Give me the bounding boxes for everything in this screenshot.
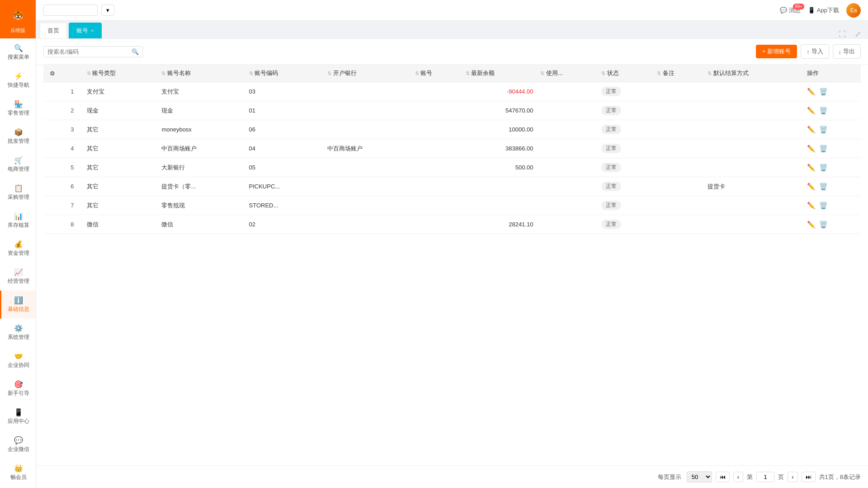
search-submit-icon[interactable]: 🔍 <box>132 48 139 55</box>
prev-page-button[interactable]: ‹ <box>733 472 743 482</box>
delete-button[interactable]: 🗑️ <box>819 88 828 96</box>
topbar-dropdown-button[interactable]: ▾ <box>101 5 114 16</box>
row-settings <box>43 82 61 101</box>
row-action: ✏️ 🗑️ <box>803 196 861 215</box>
per-page-select[interactable]: 50 20 100 <box>687 471 712 483</box>
col-remark[interactable]: ⇅ 备注 <box>653 65 704 82</box>
inventory-icon: 📊 <box>14 212 23 221</box>
user-avatar[interactable]: Ea <box>846 3 861 18</box>
first-page-button[interactable]: ⏮ <box>716 472 730 482</box>
col-name[interactable]: ⇅ 账号名称 <box>158 65 245 82</box>
edit-button[interactable]: ✏️ <box>807 145 816 153</box>
col-balance[interactable]: ⇅ 最新余额 <box>462 65 537 82</box>
row-num: 1 <box>61 82 83 101</box>
row-balance: 500.00 <box>462 158 537 177</box>
sidebar-item-enterprise-wechat[interactable]: 💬 企业微信 <box>0 431 36 459</box>
edit-button[interactable]: ✏️ <box>807 88 816 96</box>
row-account <box>411 158 462 177</box>
edit-button[interactable]: ✏️ <box>807 164 816 172</box>
row-settings <box>43 158 61 177</box>
toolbar-right: + 新增账号 ↑ 导入 ↓ 导出 <box>756 44 861 59</box>
row-code: 06 <box>245 120 324 139</box>
sidebar-item-finance[interactable]: 💰 资金管理 <box>0 235 36 263</box>
page-number-input[interactable] <box>756 472 774 482</box>
topbar-search-input[interactable] <box>43 5 98 16</box>
last-page-button[interactable]: ⏭ <box>802 472 816 482</box>
tab-account-close[interactable]: × <box>91 28 94 34</box>
row-account <box>411 139 462 158</box>
sidebar-item-enterprise-collab[interactable]: 🤝 企业协同 <box>0 347 36 375</box>
col-default-settle[interactable]: ⇅ 默认结算方式 <box>704 65 803 82</box>
edit-button[interactable]: ✏️ <box>807 202 816 210</box>
sidebar-item-basic-info[interactable]: ℹ️ 基础信息 <box>0 291 36 319</box>
row-action: ✏️ 🗑️ <box>803 177 861 196</box>
row-num: 4 <box>61 139 83 158</box>
row-name: 提货卡（零... <box>158 177 245 196</box>
sidebar-item-wholesale[interactable]: 📦 批发管理 <box>0 122 36 150</box>
sidebar-item-system[interactable]: ⚙️ 系统管理 <box>0 319 36 347</box>
col-settings[interactable]: ⚙ <box>43 65 61 82</box>
new-account-button[interactable]: + 新增账号 <box>756 45 797 58</box>
main-area: ▾ 💬 消息 99+ 📱 App下载 Ea 首页 账号 × ⛶ <box>36 0 868 488</box>
sidebar-item-app-center-label: 应用中心 <box>8 418 29 425</box>
sidebar-item-search[interactable]: 🔍 搜索菜单 <box>0 38 36 66</box>
topbar-left: ▾ <box>43 5 114 16</box>
tab-home-label: 首页 <box>47 27 59 35</box>
sidebar-item-membership[interactable]: 👑 畅会员 <box>0 459 36 487</box>
guide-icon: 🎯 <box>14 380 23 389</box>
finance-icon: 💰 <box>14 240 23 249</box>
delete-button[interactable]: 🗑️ <box>819 164 828 172</box>
edit-button[interactable]: ✏️ <box>807 107 816 115</box>
row-type: 其它 <box>83 196 158 215</box>
table-row: 2 现金 现金 01 547670.00 正常 ✏️ 🗑️ <box>43 101 861 120</box>
col-type[interactable]: ⇅ 账号类型 <box>83 65 158 82</box>
row-action: ✏️ 🗑️ <box>803 215 861 234</box>
row-action: ✏️ 🗑️ <box>803 101 861 120</box>
row-balance: -90444.00 <box>462 82 537 101</box>
logo-icon: 🐯 <box>7 5 29 26</box>
tab-fullscreen-button[interactable]: ⤢ <box>851 30 864 38</box>
row-remark <box>653 177 704 196</box>
col-code[interactable]: ⇅ 账号编码 <box>245 65 324 82</box>
sidebar-item-ecommerce[interactable]: 🛒 电商管理 <box>0 150 36 178</box>
col-status[interactable]: ⇅ 状态 <box>598 65 653 82</box>
tab-account[interactable]: 账号 × <box>69 23 102 38</box>
delete-button[interactable]: 🗑️ <box>819 183 828 191</box>
sidebar-item-app-center[interactable]: 📱 应用中心 <box>0 403 36 431</box>
col-account[interactable]: ⇅ 账号 <box>411 65 462 82</box>
phone-icon: 📱 <box>808 7 815 14</box>
edit-button[interactable]: ✏️ <box>807 221 816 229</box>
export-button[interactable]: ↓ 导出 <box>833 44 861 59</box>
sidebar-item-purchase[interactable]: 📋 采购管理 <box>0 178 36 206</box>
sidebar-item-guide[interactable]: 🎯 新手引导 <box>0 375 36 403</box>
enterprise-collab-icon: 🤝 <box>14 352 23 361</box>
col-usage[interactable]: ⇅ 使用... <box>537 65 597 82</box>
row-code: 05 <box>245 158 324 177</box>
import-button[interactable]: ↑ 导入 <box>801 44 829 59</box>
row-remark <box>653 158 704 177</box>
message-button[interactable]: 💬 消息 99+ <box>780 6 801 14</box>
sidebar-item-inventory[interactable]: 📊 库存核算 <box>0 206 36 235</box>
edit-button[interactable]: ✏️ <box>807 126 816 134</box>
app-download-button[interactable]: 📱 App下载 <box>808 6 839 14</box>
next-page-button[interactable]: › <box>788 472 797 482</box>
sidebar-item-retail[interactable]: 🏪 零售管理 <box>0 94 36 122</box>
sidebar-item-system-label: 系统管理 <box>8 333 29 341</box>
tab-expand-button[interactable]: ⛶ <box>835 30 849 38</box>
delete-button[interactable]: 🗑️ <box>819 202 828 210</box>
delete-button[interactable]: 🗑️ <box>819 221 828 229</box>
sidebar-item-quick-nav[interactable]: ⚡ 快捷导航 <box>0 66 36 94</box>
delete-button[interactable]: 🗑️ <box>819 145 828 153</box>
row-remark <box>653 215 704 234</box>
delete-button[interactable]: 🗑️ <box>819 126 828 134</box>
svg-text:🐯: 🐯 <box>13 11 24 21</box>
sidebar-item-operations[interactable]: 📈 经营管理 <box>0 263 36 291</box>
row-name: 现金 <box>158 101 245 120</box>
tab-home[interactable]: 首页 <box>40 23 67 38</box>
row-type: 其它 <box>83 120 158 139</box>
col-bank[interactable]: ⇅ 开户银行 <box>324 65 411 82</box>
edit-button[interactable]: ✏️ <box>807 183 816 191</box>
message-badge: 99+ <box>793 4 804 9</box>
delete-button[interactable]: 🗑️ <box>819 107 828 115</box>
account-search-input[interactable] <box>47 48 130 55</box>
